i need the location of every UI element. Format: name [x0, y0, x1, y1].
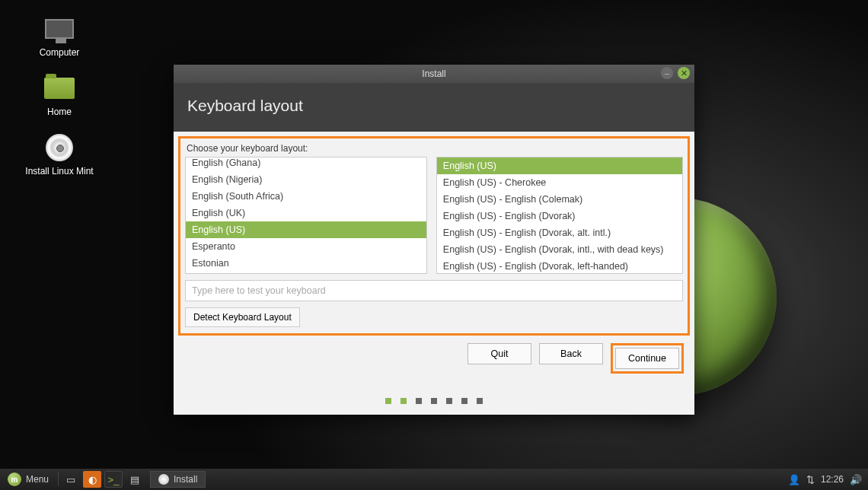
list-item[interactable]: English (South Africa) — [186, 188, 426, 205]
files-icon[interactable]: ▤ — [126, 471, 144, 488]
list-item[interactable]: English (UK) — [186, 205, 426, 221]
mint-icon: m — [8, 473, 21, 486]
user-icon[interactable]: 👤 — [788, 474, 800, 485]
clock[interactable]: 12:26 — [821, 474, 844, 485]
folder-icon — [41, 73, 78, 103]
progress-dot — [446, 398, 452, 404]
task-label: Install — [174, 474, 197, 485]
close-icon[interactable]: ✕ — [678, 67, 690, 79]
desktop-icon-computer[interactable]: Computer — [14, 14, 105, 58]
disc-icon — [158, 474, 169, 485]
progress-dot — [400, 398, 407, 404]
progress-dot — [385, 398, 391, 404]
list-item[interactable]: English (US) - Cherokee — [437, 174, 682, 191]
layout-language-list[interactable]: English (Ghana)English (Nigeria)English … — [185, 157, 427, 274]
list-item[interactable]: English (Nigeria) — [186, 171, 426, 188]
continue-button[interactable]: Continue — [615, 348, 679, 369]
icon-label: Install Linux Mint — [25, 166, 93, 177]
list-item[interactable]: Faroese — [186, 272, 426, 274]
progress-dot — [477, 398, 483, 404]
icon-label: Home — [47, 107, 72, 117]
volume-icon[interactable]: 🔊 — [850, 474, 862, 485]
highlighted-config-area: Choose your keyboard layout: English (Gh… — [178, 136, 690, 336]
list-item[interactable]: English (Ghana) — [186, 157, 426, 171]
list-item[interactable]: English (US) - English (Dvorak) — [437, 208, 682, 224]
installer-window: Install – ✕ Keyboard layout Choose your … — [174, 65, 694, 415]
list-item[interactable]: English (US) - English (Colemak) — [437, 191, 682, 208]
content-area: Choose your keyboard layout: English (Gh… — [174, 132, 694, 415]
keyboard-test-input[interactable] — [185, 280, 683, 301]
separator — [58, 473, 59, 486]
menu-label: Menu — [26, 474, 49, 485]
monitor-icon — [41, 14, 78, 44]
layout-variant-list[interactable]: English (US)English (US) - CherokeeEngli… — [436, 157, 683, 274]
progress-dot — [461, 398, 468, 404]
list-item[interactable]: English (US) — [186, 221, 426, 238]
minimize-icon[interactable]: – — [661, 67, 673, 79]
taskbar-task-install[interactable]: Install — [150, 471, 206, 488]
list-item[interactable]: English (US) - English (Dvorak, left-han… — [437, 258, 682, 274]
progress-dots — [174, 398, 694, 404]
list-item[interactable]: English (US) - English (Dvorak, alt. int… — [437, 224, 682, 241]
quit-button[interactable]: Quit — [468, 343, 531, 364]
firefox-icon[interactable]: ◐ — [83, 471, 101, 488]
network-icon[interactable]: ⇅ — [806, 474, 815, 485]
wizard-footer: Quit Back Continue — [178, 336, 690, 375]
page-heading: Keyboard layout — [174, 83, 694, 132]
heading-text: Keyboard layout — [187, 97, 303, 114]
disc-icon — [41, 132, 78, 163]
continue-highlight: Continue — [611, 343, 684, 374]
desktop-icons: Computer Home Install Linux Mint — [14, 14, 105, 177]
progress-dot — [416, 398, 422, 404]
show-desktop-icon[interactable]: ▭ — [62, 471, 80, 488]
detect-layout-button[interactable]: Detect Keyboard Layout — [185, 307, 300, 327]
desktop-icon-home[interactable]: Home — [14, 73, 105, 117]
window-title: Install — [422, 68, 445, 79]
list-item[interactable]: Estonian — [186, 255, 426, 272]
prompt-label: Choose your keyboard layout: — [187, 143, 683, 154]
progress-dot — [431, 398, 437, 404]
menu-button[interactable]: m Menu — [0, 469, 56, 490]
list-item[interactable]: English (US) — [437, 158, 682, 174]
icon-label: Computer — [40, 47, 80, 58]
window-titlebar[interactable]: Install – ✕ — [174, 65, 694, 83]
desktop-icon-installer[interactable]: Install Linux Mint — [14, 132, 105, 177]
back-button[interactable]: Back — [539, 343, 603, 364]
system-tray: 👤 ⇅ 12:26 🔊 — [788, 474, 868, 485]
taskbar: m Menu ▭ ◐ >_ ▤ Install 👤 ⇅ 12:26 🔊 — [0, 469, 868, 490]
list-item[interactable]: English (US) - English (Dvorak, intl., w… — [437, 241, 682, 258]
terminal-icon[interactable]: >_ — [104, 471, 123, 488]
list-item[interactable]: Esperanto — [186, 238, 426, 255]
